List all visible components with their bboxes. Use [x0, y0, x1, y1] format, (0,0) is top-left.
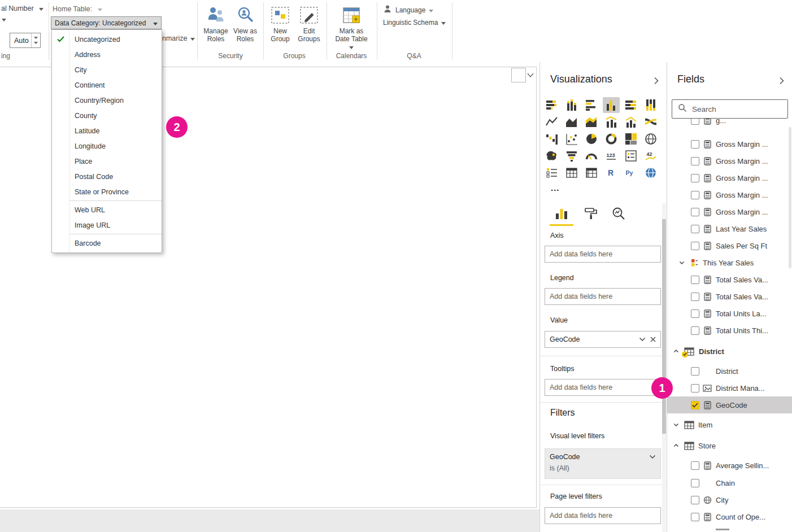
kpi-icon[interactable]: 42	[642, 148, 659, 164]
menu-item-postal-code[interactable]: Postal Code	[52, 169, 162, 184]
pie-chart-icon[interactable]	[583, 131, 600, 147]
default-summarize-dropdown[interactable]: nmarize	[162, 34, 195, 42]
field-name[interactable]: Gross Margin ...	[716, 208, 768, 216]
field-checkbox[interactable]	[691, 140, 699, 149]
waterfall-chart-icon[interactable]	[543, 131, 560, 147]
chevron-down-icon[interactable]	[526, 71, 535, 80]
stepper-arrows[interactable]	[31, 33, 40, 47]
stacked-column-chart-icon[interactable]	[563, 97, 580, 113]
chevron-up-icon[interactable]	[673, 348, 681, 355]
analytics-tab[interactable]	[609, 204, 628, 223]
edit-groups-button[interactable]: Edit Groups	[295, 5, 323, 43]
menu-item-county[interactable]: County	[52, 108, 162, 123]
menu-item-uncategorized[interactable]: Uncategorized	[52, 32, 162, 47]
field-row-sales-per-sq-ft[interactable]: Sales Per Sq Ft	[667, 237, 792, 254]
format-tab[interactable]	[581, 204, 600, 223]
field-checkbox[interactable]	[691, 479, 699, 487]
multi-row-card-icon[interactable]	[623, 148, 639, 164]
table-name[interactable]: Item	[698, 421, 712, 429]
line-and-stacked-column-chart-icon[interactable]	[603, 114, 620, 130]
clustered-column-chart-icon[interactable]	[603, 97, 620, 113]
field-name[interactable]: Average Sellin...	[716, 461, 769, 470]
field-row-gross-margin[interactable]: Gross Margin ...	[667, 203, 792, 220]
line-chart-icon[interactable]	[543, 114, 560, 130]
home-table-dropdown[interactable]: Home Table:	[53, 5, 102, 13]
menu-item-latitude[interactable]: Latitude	[52, 123, 162, 138]
language-dropdown[interactable]: Language	[383, 5, 433, 15]
field-row-gross-margin[interactable]: Gross Margin ...	[667, 152, 792, 169]
field-row-gross-margin[interactable]: Gross Margin ...	[667, 186, 792, 203]
menu-item-state-or-province[interactable]: State or Province	[52, 184, 162, 199]
field-checkbox[interactable]	[691, 174, 699, 182]
clustered-bar-chart-icon[interactable]	[583, 97, 600, 113]
field-name[interactable]: Total Sales Va...	[716, 293, 768, 301]
field-row-district-mana[interactable]: District Mana...	[667, 380, 792, 396]
field-name[interactable]: This Year Sales	[703, 259, 754, 267]
field-row-chain[interactable]: Chain	[667, 474, 792, 491]
python-visual-icon[interactable]: Py	[623, 165, 639, 181]
menu-item-continent[interactable]: Continent	[52, 77, 162, 93]
menu-item-address[interactable]: Address	[52, 47, 162, 62]
field-row-last-year-sales[interactable]: Last Year Sales	[667, 220, 792, 237]
field-checkbox[interactable]	[691, 496, 699, 504]
table-name[interactable]: District	[699, 347, 724, 356]
menu-item-barcode[interactable]: Barcode	[52, 236, 162, 251]
value-well-geocode-pill[interactable]: GeoCode	[545, 331, 661, 348]
r-script-visual-icon[interactable]: R	[603, 165, 620, 181]
field-checkbox[interactable]	[691, 157, 699, 165]
field-name[interactable]: Count of Ope...	[716, 513, 765, 521]
collapse-pane-icon[interactable]	[654, 77, 659, 85]
field-name[interactable]: Gross Margin ...	[716, 157, 768, 165]
slicer-icon[interactable]	[543, 165, 560, 181]
scatter-chart-icon[interactable]	[563, 131, 580, 147]
field-checkbox[interactable]	[691, 309, 699, 318]
tooltips-well[interactable]: Add data fields here	[545, 379, 661, 396]
map-icon[interactable]	[642, 131, 659, 147]
arcgis-map-icon[interactable]	[642, 165, 659, 181]
chevron-down-icon[interactable]	[678, 259, 686, 266]
field-name[interactable]: District Mana...	[716, 384, 765, 393]
visual-header-box[interactable]	[511, 68, 526, 82]
card-icon[interactable]: 123	[603, 148, 620, 164]
scrollbar-thumb[interactable]	[662, 219, 666, 434]
field-row-this-year-sales[interactable]: This Year Sales	[667, 254, 792, 271]
number-format-dropdown[interactable]: al Number	[1, 5, 43, 12]
ribbon-chart-icon[interactable]	[642, 114, 659, 130]
remove-field-icon[interactable]	[650, 337, 656, 342]
stacked-bar-chart-icon[interactable]	[543, 97, 560, 113]
field-checkbox[interactable]	[691, 242, 699, 250]
manage-roles-button[interactable]: Manage Roles	[201, 5, 230, 43]
donut-chart-icon[interactable]	[603, 131, 620, 147]
field-row-count-of-ope[interactable]: Count of Ope...	[667, 508, 792, 525]
field-checkbox[interactable]	[691, 293, 699, 301]
more-visuals-ellipsis[interactable]: ...	[551, 183, 560, 193]
field-row-gross-margin[interactable]: Gross Margin ...	[667, 136, 792, 152]
scrollbar-thumb[interactable]	[789, 127, 791, 268]
100-stacked-bar-chart-icon[interactable]	[623, 97, 639, 113]
field-row-total-sales-va[interactable]: Total Sales Va...	[667, 288, 792, 305]
gauge-icon[interactable]	[583, 148, 600, 164]
axis-well[interactable]: Add data fields here	[545, 246, 661, 263]
field-checkbox[interactable]	[691, 384, 699, 393]
field-name[interactable]: Last Year Sales	[716, 225, 767, 233]
field-checkbox[interactable]	[691, 513, 699, 521]
chevron-down-icon[interactable]	[649, 453, 656, 461]
menu-item-place[interactable]: Place	[52, 154, 162, 169]
decimal-places-stepper[interactable]: Auto	[10, 33, 41, 48]
field-name[interactable]: Chain	[716, 479, 735, 487]
chevron-up-icon[interactable]	[673, 442, 681, 449]
legend-well[interactable]: Add data fields here	[545, 288, 661, 305]
mark-as-date-table-button[interactable]: Mark as Date Table	[333, 5, 369, 51]
field-checkbox[interactable]	[691, 191, 699, 199]
table-icon[interactable]	[563, 165, 580, 181]
field-checkbox[interactable]	[691, 461, 699, 470]
field-row-average-sellin[interactable]: Average Sellin...	[667, 456, 792, 474]
linguistic-schema-dropdown[interactable]: Linguistic Schema	[383, 19, 446, 27]
100-stacked-column-chart-icon[interactable]	[642, 97, 659, 113]
field-checkbox[interactable]	[691, 225, 699, 233]
field-row-store[interactable]: Store	[667, 435, 792, 456]
collapse-pane-icon[interactable]	[779, 77, 784, 85]
menu-item-city[interactable]: City	[52, 62, 162, 77]
matrix-icon[interactable]	[583, 165, 600, 181]
funnel-icon[interactable]	[563, 148, 580, 164]
